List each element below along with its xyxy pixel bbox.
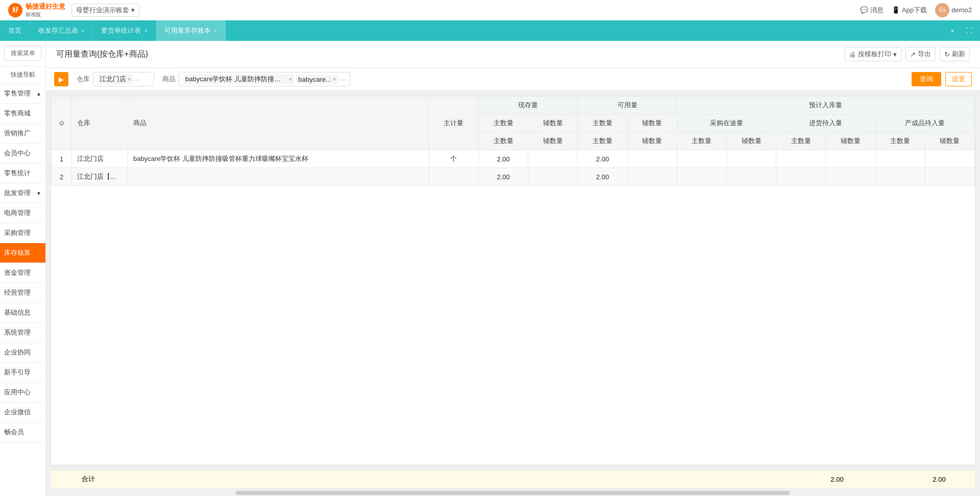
sidebar-item-appcenter[interactable]: 应用中心 [0, 383, 45, 403]
sidebar-search-area: 搜索菜单 [0, 41, 45, 66]
industry-selector[interactable]: 母婴行业演示账套 ▾ [71, 4, 139, 17]
product-more-icon[interactable]: ··· [340, 76, 346, 83]
tab-order[interactable]: 要货单统计表 × [93, 20, 156, 41]
tab-available[interactable]: 可用量库存账本 × [156, 20, 226, 41]
remove-tag-icon[interactable]: × [128, 76, 131, 82]
logo-icon: 好 [8, 3, 22, 17]
settings-button[interactable]: 设置 [945, 72, 972, 86]
message-icon: 💬 [860, 6, 868, 14]
cell-prod-main-1 [875, 150, 925, 168]
main-layout: 搜索菜单 快捷导航 零售管理 ▲ 零售商城 营销推广 会员中心 零售统计 批发管… [0, 41, 980, 496]
quick-nav-button[interactable]: 快捷导航 [0, 66, 45, 84]
more-options-icon[interactable]: ··· [135, 76, 140, 83]
table-row: 1 江北门店 babycare学饮杯 儿童防摔防撞吸管杯重力球吸嘴杯宝宝水杯 个… [52, 150, 975, 168]
sidebar-item-finance[interactable]: 资金管理 [0, 263, 45, 283]
sidebar-item-retail-mall[interactable]: 零售商城 [0, 104, 45, 124]
refresh-button[interactable]: ↻ 刷新 [940, 47, 970, 61]
close-icon[interactable]: × [214, 28, 217, 34]
cell-avail-sub-1 [627, 150, 677, 168]
horizontal-scrollbar[interactable] [51, 490, 975, 496]
app-download-button[interactable]: 📱 App下载 [892, 6, 927, 15]
footer-current-main-total: 2.00 [812, 476, 863, 483]
th-current-main: 主数量 [479, 114, 528, 132]
product-tag-2: babycare... × [296, 75, 338, 84]
cell-warehouse-2: 江北门店【... [72, 168, 128, 186]
cell-warehouse-1: 江北门店 [72, 150, 128, 168]
th-aq-main-qty: 主数量 [578, 132, 627, 150]
cell-unit-1: 个 [429, 150, 478, 168]
page-header: 可用量查询(按仓库+商品) 🖨 按模板打印 ▾ ↗ 导出 ↻ 刷新 [46, 41, 980, 68]
th-expected-inbound-group: 预计入库量 [677, 97, 974, 114]
nav-tab-actions: × ⛶ [941, 20, 980, 41]
search-menu-button[interactable]: 搜索菜单 [4, 46, 41, 61]
sidebar-item-member[interactable]: 会员中心 [0, 144, 45, 163]
close-icon[interactable]: × [144, 28, 147, 34]
sidebar-item-wholesale[interactable]: 批发管理 ▼ [0, 183, 45, 203]
page-title: 可用量查询(按仓库+商品) [56, 49, 148, 60]
tab-home[interactable]: 首页 [0, 20, 30, 41]
page-header-actions: 🖨 按模板打印 ▾ ↗ 导出 ↻ 刷新 [845, 47, 970, 61]
gear-icon[interactable]: ⚙ [59, 120, 65, 127]
footer-avail-main-total: 2.00 [914, 476, 965, 483]
sidebar-item-wechat[interactable]: 企业微信 [0, 403, 45, 422]
chevron-down-icon: ▾ [131, 6, 135, 14]
sidebar-item-marketing[interactable]: 营销推广 [0, 124, 45, 144]
cell-pur-main-2 [677, 168, 726, 186]
warehouse-value-box[interactable]: 江北门店 × ··· [93, 72, 154, 86]
th-purchase-transit-group: 采购在途量 [677, 114, 776, 132]
th-warehouse: 仓库 [72, 97, 128, 150]
cell-prod-sub-2 [925, 168, 974, 186]
close-icon[interactable]: × [81, 28, 84, 34]
sidebar-item-inventory[interactable]: 库存核算 [0, 243, 45, 263]
sidebar-nav: 零售管理 ▲ 零售商城 营销推广 会员中心 零售统计 批发管理 ▼ 电商管理 [0, 84, 45, 442]
user-profile[interactable]: Ea demo2 [935, 3, 972, 17]
top-bar-right: 💬 消息 📱 App下载 Ea demo2 [860, 3, 972, 17]
remove-product-tag-icon[interactable]: × [289, 76, 292, 82]
cell-index-1: 1 [52, 150, 72, 168]
close-all-button[interactable]: × [946, 25, 959, 37]
sidebar-item-ecommerce[interactable]: 电商管理 [0, 203, 45, 223]
refresh-icon: ↻ [944, 51, 950, 58]
product-value-box[interactable]: babycare学饮杯 儿童防摔防撞吸管杯重力球吸嘴杯宝宝水杯 × babyca… [179, 72, 350, 86]
query-button[interactable]: 查询 [912, 72, 941, 86]
data-table-wrapper: ⚙ 仓库 商品 主计量 现存量 可用量 预计入库量 主数量 辅数量 主数量 辅数… [51, 96, 975, 465]
template-print-button[interactable]: 🖨 按模板打印 ▾ [845, 47, 901, 61]
footer-label: 合计 [82, 475, 138, 484]
message-button[interactable]: 💬 消息 [860, 6, 884, 15]
chevron-icon: ▼ [36, 191, 41, 196]
cell-product-1: babycare学饮杯 儿童防摔防撞吸管杯重力球吸嘴杯宝宝水杯 [128, 150, 429, 168]
remove-product-tag2-icon[interactable]: × [333, 76, 336, 82]
logo-text: 畅捷通好生意 标准版 [26, 2, 65, 18]
th-available-qty-group: 可用量 [578, 97, 677, 114]
product-tag-1: babycare学饮杯 儿童防摔防撞吸管杯重力球吸嘴杯宝宝水杯 × [183, 74, 294, 84]
th-pt-main-qty: 主数量 [677, 132, 726, 150]
cell-avail-main-2: 2.00 [578, 168, 627, 186]
cell-inb-main-1 [776, 150, 826, 168]
filter-actions: 查询 设置 [912, 72, 972, 86]
sidebar-item-retail-stats[interactable]: 零售统计 [0, 163, 45, 183]
th-product-pending-group: 产成品待入量 [875, 114, 975, 132]
cell-unit-2 [429, 168, 478, 186]
fullscreen-button[interactable]: ⛶ [963, 25, 975, 37]
cell-prod-main-2 [875, 168, 925, 186]
sidebar-item-member2[interactable]: 畅会员 [0, 422, 45, 442]
cell-inb-sub-1 [826, 150, 875, 168]
sidebar: 搜索菜单 快捷导航 零售管理 ▲ 零售商城 营销推广 会员中心 零售统计 批发管… [0, 41, 46, 496]
sidebar-item-operation[interactable]: 经营管理 [0, 283, 45, 303]
sidebar-item-purchase[interactable]: 采购管理 [0, 223, 45, 243]
export-button[interactable]: ↗ 导出 [905, 47, 936, 61]
tab-receive[interactable]: 收发存汇总表 × [30, 20, 93, 41]
avatar: Ea [935, 3, 949, 17]
printer-icon: 🖨 [849, 51, 856, 58]
nav-tabs: 首页 收发存汇总表 × 要货单统计表 × 可用量库存账本 × × ⛶ [0, 20, 980, 41]
content-area: 可用量查询(按仓库+商品) 🖨 按模板打印 ▾ ↗ 导出 ↻ 刷新 [46, 41, 980, 496]
sidebar-item-basic[interactable]: 基础信息 [0, 303, 45, 323]
cell-pur-sub-1 [726, 150, 776, 168]
sidebar-item-enterprise[interactable]: 企业协同 [0, 343, 45, 363]
sidebar-item-newbie[interactable]: 新手引导 [0, 363, 45, 383]
sidebar-item-retail-mgmt[interactable]: 零售管理 ▲ [0, 84, 45, 104]
sidebar-item-system[interactable]: 系统管理 [0, 323, 45, 343]
filter-toggle-button[interactable]: ▶ [54, 72, 68, 86]
filter-area: ▶ 仓库 江北门店 × ··· 商品 babycare学饮杯 儿童防摔防撞吸管杯… [46, 68, 980, 91]
th-avail-sub: 辅数量 [627, 114, 677, 132]
